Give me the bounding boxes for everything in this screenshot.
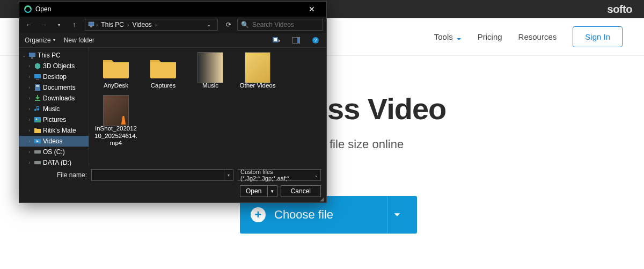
organize-button[interactable]: Organize ▾ xyxy=(25,37,55,44)
tree-expand-icon[interactable]: › xyxy=(27,149,32,155)
tree-expand-icon[interactable]: › xyxy=(27,85,32,90)
tree-expand-icon[interactable]: › xyxy=(27,74,32,79)
new-folder-button[interactable]: New folder xyxy=(64,37,94,44)
video-thumbnail-icon xyxy=(101,98,131,123)
file-item[interactable]: Captures xyxy=(141,52,186,93)
nav-tools[interactable]: Tools xyxy=(434,32,462,41)
tree-item-ritik-s-mate[interactable]: ›Ritik's Mate xyxy=(19,125,89,136)
choose-file-dropdown[interactable] xyxy=(387,196,406,234)
help-button[interactable]: ? xyxy=(310,35,321,46)
signin-button[interactable]: Sign In xyxy=(573,26,623,47)
open-button-dropdown[interactable]: ▼ xyxy=(267,186,277,197)
tree-item-documents[interactable]: ›Documents xyxy=(19,82,89,93)
nav-resources[interactable]: Resources xyxy=(518,32,557,41)
svg-rect-16 xyxy=(35,100,40,101)
nav-pricing[interactable]: Pricing xyxy=(478,32,502,41)
dialog-footer: File name: ▾ Custom files (*.3g2;*.3gp;*… xyxy=(19,166,326,202)
svg-rect-12 xyxy=(36,79,39,79)
tree-item-downloads[interactable]: ›Downloads xyxy=(19,93,89,104)
organize-label: Organize xyxy=(25,37,51,44)
tree-expand-icon[interactable]: › xyxy=(27,117,32,122)
up-button[interactable]: ↑ xyxy=(68,18,80,31)
tree-label: DATA (D:) xyxy=(43,159,71,166)
file-item[interactable]: Music xyxy=(188,52,233,93)
tree-item-data-d-[interactable]: ›DATA (D:) xyxy=(19,157,89,166)
tree-expand-icon[interactable]: › xyxy=(27,128,32,133)
folder-icon xyxy=(101,55,131,80)
tree-item-this-pc[interactable]: ⌄This PC xyxy=(19,50,89,61)
file-item[interactable]: AnyDesk xyxy=(93,52,138,93)
back-button[interactable]: ← xyxy=(23,18,35,31)
view-options-button[interactable] xyxy=(272,35,282,46)
chevron-down-icon xyxy=(456,34,462,40)
dialog-titlebar[interactable]: Open ✕ xyxy=(19,2,326,17)
chevron-down-icon: ⌄ xyxy=(314,173,318,178)
filename-input-wrap[interactable]: ▾ xyxy=(91,169,233,181)
tree-expand-icon[interactable]: › xyxy=(27,106,32,112)
tree-label: OS (C:) xyxy=(43,148,65,156)
tree-expand-icon[interactable]: › xyxy=(27,96,32,101)
resize-grip[interactable]: ◢ xyxy=(320,196,325,201)
breadcrumb-thispc[interactable]: This PC xyxy=(99,21,126,28)
close-button[interactable]: ✕ xyxy=(302,2,322,17)
dialog-toolbar: Organize ▾ New folder ? xyxy=(19,33,326,48)
tree-item-3d-objects[interactable]: ›3D Objects xyxy=(19,61,89,71)
file-item[interactable]: Other Videos xyxy=(235,52,280,93)
plus-icon: + xyxy=(251,207,266,222)
svg-point-18 xyxy=(36,119,38,120)
tree-label: Music xyxy=(43,105,60,113)
breadcrumb-sep: › xyxy=(127,22,129,28)
svg-rect-13 xyxy=(35,84,40,91)
dialog-body: ⌄This PC›3D Objects›Desktop›Documents›Do… xyxy=(19,48,326,166)
hero-title: ss Video xyxy=(327,91,446,126)
tree-expand-icon[interactable]: › xyxy=(27,160,32,165)
breadcrumb-sep: › xyxy=(96,22,98,28)
nav-tree[interactable]: ⌄This PC›3D Objects›Desktop›Documents›Do… xyxy=(19,48,89,166)
dialog-navbar: ← → ▾ ↑ › This PC › Videos › ⌄ ⟳ 🔍 xyxy=(19,17,326,33)
file-label: AnyDesk xyxy=(104,82,128,90)
tree-expand-icon[interactable]: › xyxy=(27,139,32,144)
tree-item-desktop[interactable]: ›Desktop xyxy=(19,71,89,82)
search-input[interactable] xyxy=(252,21,319,28)
file-grid[interactable]: AnyDeskCapturesMusicOther VideosInShot_2… xyxy=(89,48,326,166)
tree-label: Documents xyxy=(43,84,76,91)
filename-label: File name: xyxy=(25,171,87,179)
filename-input[interactable] xyxy=(92,171,224,179)
forward-button[interactable]: → xyxy=(38,18,50,31)
svg-point-23 xyxy=(39,162,40,163)
choose-file-label: Choose file xyxy=(274,208,387,222)
tree-item-music[interactable]: ›Music xyxy=(19,104,89,114)
open-button-label: Open xyxy=(240,187,267,195)
preview-pane-button[interactable] xyxy=(291,35,302,46)
address-dropdown-icon[interactable]: ⌄ xyxy=(202,18,215,31)
svg-rect-15 xyxy=(36,86,39,87)
cancel-button[interactable]: Cancel xyxy=(281,185,321,197)
folder-icon xyxy=(34,127,41,134)
file-label: InShot_20201210_202524614.mp4 xyxy=(94,125,137,147)
filename-history-dropdown[interactable]: ▾ xyxy=(224,169,233,181)
search-box[interactable]: 🔍 xyxy=(237,19,323,31)
refresh-button[interactable]: ⟳ xyxy=(222,18,235,31)
breadcrumb-videos[interactable]: Videos xyxy=(130,21,153,28)
file-type-filter[interactable]: Custom files (*.3g2;*.3gp;*.aaf;*. ⌄ xyxy=(238,169,321,181)
tree-item-pictures[interactable]: ›Pictures xyxy=(19,114,89,125)
vlc-icon xyxy=(120,116,127,125)
docs-icon xyxy=(34,84,41,91)
tree-expand-icon[interactable]: ⌄ xyxy=(21,53,27,58)
tree-item-os-c-[interactable]: ›OS (C:) xyxy=(19,147,89,157)
pc-icon xyxy=(28,52,36,59)
address-bar[interactable]: › This PC › Videos › ⌄ xyxy=(85,19,218,31)
filter-text: Custom files (*.3g2;*.3gp;*.aaf;*. xyxy=(240,169,314,181)
svg-point-21 xyxy=(39,151,40,152)
open-button[interactable]: Open ▼ xyxy=(240,185,277,197)
svg-rect-11 xyxy=(34,74,41,78)
tree-expand-icon[interactable]: › xyxy=(27,63,32,69)
file-item[interactable]: InShot_20201210_202524614.mp4 xyxy=(93,95,138,150)
hero-subtitle: file size online xyxy=(330,137,404,151)
svg-rect-1 xyxy=(89,22,94,26)
svg-rect-14 xyxy=(36,85,39,86)
tree-item-videos[interactable]: ›Videos xyxy=(19,136,89,147)
svg-rect-10 xyxy=(31,57,33,59)
file-label: Music xyxy=(202,82,218,90)
recent-dropdown-icon[interactable]: ▾ xyxy=(53,18,65,31)
